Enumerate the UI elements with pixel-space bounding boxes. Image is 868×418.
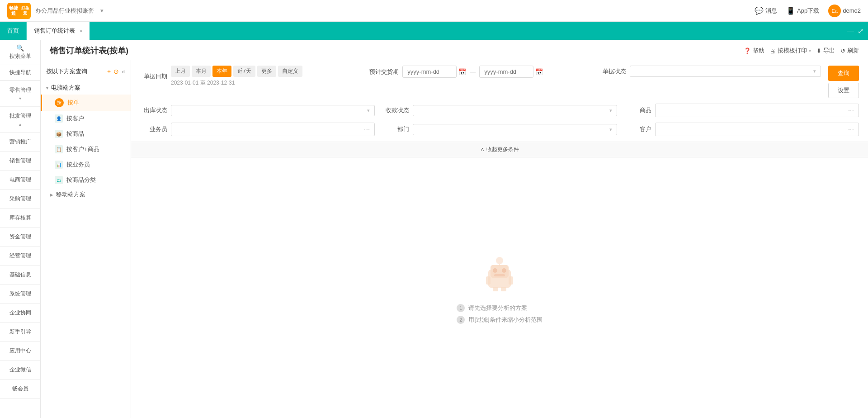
customer-select[interactable]: ···: [655, 123, 859, 136]
app-name: 办公用品行业模拟账套: [35, 7, 94, 15]
page-header: 销售订单统计表(按单) ❓ 帮助 🖨 按模板打印 ▾ ⬇ 导出 ↺ 刷新: [41, 40, 868, 60]
sidebar-item-system[interactable]: 系统管理: [0, 285, 40, 304]
scheme-collapse-btn[interactable]: «: [122, 68, 125, 75]
customer-more-icon[interactable]: ···: [848, 125, 854, 133]
sidebar-item-apps[interactable]: 应用中心: [0, 342, 40, 361]
date-btn-7days[interactable]: 近7天: [233, 66, 255, 77]
help-icon: ❓: [744, 48, 751, 54]
payment-select-arrow: ▾: [609, 108, 612, 114]
tip-num-2: 2: [457, 316, 465, 324]
goods-select[interactable]: ···: [655, 104, 859, 117]
salesman-select[interactable]: ···: [171, 123, 375, 136]
scheme-add-btn[interactable]: +: [107, 68, 111, 75]
scheme-pc-category[interactable]: ▾ 电脑端方案: [41, 81, 131, 95]
sidebar-item-finance[interactable]: 资金管理: [0, 228, 40, 247]
sidebar-search[interactable]: 🔍 搜索菜单: [0, 40, 40, 65]
scheme-item-by-goods[interactable]: 📦 按商品: [41, 126, 131, 142]
app-dropdown-icon[interactable]: ▾: [100, 7, 104, 14]
help-btn[interactable]: ❓ 帮助: [744, 47, 764, 55]
date-btn-this-month[interactable]: 本月: [192, 66, 211, 77]
date-label: 单据日期: [140, 72, 167, 81]
date-btn-last-month[interactable]: 上月: [171, 66, 190, 77]
empty-tip-2: 2 用[过滤]条件来缩小分析范围: [457, 316, 542, 324]
sidebar-item-basic-info[interactable]: 基础信息: [0, 266, 40, 285]
sidebar-item-marketing[interactable]: 营销推广: [0, 133, 40, 152]
stock-status-select[interactable]: ▾: [171, 105, 375, 116]
scheme-panel: 按以下方案查询 + ⊙ « ▾ 电脑端方案 按 按单: [41, 60, 131, 418]
sidebar-item-wholesale[interactable]: 批发管理 ▴: [0, 107, 40, 133]
nav-window-actions: — ⤢: [847, 27, 868, 35]
chevron-up-icon: ▴: [19, 122, 21, 127]
date-btn-custom[interactable]: 自定义: [278, 66, 302, 77]
tip-num-1: 1: [457, 304, 465, 312]
bill-status-select[interactable]: ▾: [630, 66, 821, 77]
payment-status-select[interactable]: ▾: [413, 105, 617, 116]
calendar-start-icon[interactable]: 📅: [458, 68, 466, 76]
scheme-icon-salesman: 📊: [55, 161, 63, 169]
empty-illustration: [477, 252, 522, 297]
salesman-more-icon[interactable]: ···: [364, 125, 370, 133]
tab-close-icon[interactable]: ×: [80, 28, 82, 33]
refresh-btn[interactable]: ↺ 刷新: [840, 47, 859, 55]
date-filter-btns: 上月 本月 本年 近7天 更多 自定义: [171, 66, 302, 77]
dept-select-arrow: ▾: [609, 127, 612, 133]
sidebar-nav-shortcut[interactable]: 快捷导航: [0, 65, 40, 81]
chevron-right-icon: ▶: [50, 192, 53, 197]
goods-more-icon[interactable]: ···: [848, 106, 854, 114]
date-btn-more[interactable]: 更多: [257, 66, 276, 77]
collapse-bar[interactable]: ∧ 收起更多条件: [131, 142, 868, 157]
scheme-item-by-salesman[interactable]: 📊 按业务员: [41, 157, 131, 172]
sidebar-item-sales[interactable]: 销售管理: [0, 152, 40, 171]
content-area: 销售订单统计表(按单) ❓ 帮助 🖨 按模板打印 ▾ ⬇ 导出 ↺ 刷新: [41, 40, 868, 418]
message-btn[interactable]: 💬 消息: [755, 6, 777, 15]
avatar: Ea: [828, 5, 841, 17]
topbar: 畅捷通 好生意 办公用品行业模拟账套 ▾ 💬 消息 📱 App下载 Ea dem…: [0, 0, 868, 22]
scheme-item-by-order[interactable]: 按 按单: [41, 95, 131, 111]
scheme-mobile-category[interactable]: ▶ 移动端方案: [41, 188, 131, 201]
sidebar-item-newbie[interactable]: 新手引导: [0, 323, 40, 342]
scheme-item-by-goods-cat[interactable]: 🗂 按商品分类: [41, 172, 131, 188]
calendar-end-icon[interactable]: 📅: [535, 68, 543, 76]
scheme-settings-btn[interactable]: ⊙: [113, 68, 119, 75]
nav-tabs: 首页 销售订单统计表 × — ⤢: [0, 22, 868, 40]
date-btn-this-year[interactable]: 本年: [212, 66, 231, 77]
filter-rows: 单据日期 上月 本月 本年 近7天 更多 自定义 20: [131, 60, 868, 142]
sidebar-item-retail[interactable]: 零售管理 ▾: [0, 81, 40, 107]
minimize-icon[interactable]: —: [847, 27, 854, 35]
sidebar: 🔍 搜索菜单 快捷导航 零售管理 ▾ 批发管理 ▴ 营销推广 销售管理 电商管理…: [0, 40, 41, 418]
expected-date-start[interactable]: [402, 66, 457, 78]
tab-sales-order[interactable]: 销售订单统计表 ×: [27, 22, 90, 40]
sidebar-item-enterprise[interactable]: 企业协同: [0, 304, 40, 323]
print-btn[interactable]: 🖨 按模板打印 ▾: [770, 47, 811, 55]
bill-status-label: 单据状态: [599, 67, 626, 76]
date-range-display: 2023-01-01 至 2023-12-31: [171, 79, 302, 87]
tab-home[interactable]: 首页: [0, 22, 27, 40]
chevron-down-icon: ▾: [19, 96, 21, 101]
sidebar-item-inventory[interactable]: 库存核算: [0, 209, 40, 228]
sidebar-item-ecommerce[interactable]: 电商管理: [0, 171, 40, 190]
svg-point-2: [493, 268, 497, 273]
query-btn[interactable]: 查询: [828, 66, 859, 81]
stock-status-label: 出库状态: [140, 106, 167, 114]
svg-rect-10: [499, 264, 500, 266]
scheme-icon-order: 按: [55, 98, 64, 107]
right-area: 单据日期 上月 本月 本年 近7天 更多 自定义 20: [131, 60, 868, 418]
app-download-btn[interactable]: 📱 App下载: [786, 6, 819, 15]
sidebar-item-purchase[interactable]: 采购管理: [0, 190, 40, 209]
settings-btn[interactable]: 设置: [828, 83, 859, 98]
scheme-icon-customer-goods: 📋: [55, 145, 63, 153]
scheme-item-by-customer[interactable]: 👤 按客户: [41, 111, 131, 126]
department-select[interactable]: ▾: [413, 124, 617, 135]
sidebar-item-member[interactable]: 畅会员: [0, 380, 40, 399]
scheme-panel-actions: + ⊙ «: [107, 68, 125, 75]
sidebar-item-wechat[interactable]: 企业微信: [0, 361, 40, 380]
download-icon: 📱: [786, 6, 795, 15]
expected-date-end[interactable]: [479, 66, 533, 78]
maximize-icon[interactable]: ⤢: [858, 27, 863, 35]
user-profile[interactable]: Ea demo2: [828, 5, 861, 17]
export-btn[interactable]: ⬇ 导出: [816, 47, 835, 55]
sidebar-item-operations[interactable]: 经营管理: [0, 247, 40, 266]
topbar-left: 畅捷通 好生意 办公用品行业模拟账套 ▾: [7, 3, 104, 19]
svg-rect-4: [494, 274, 505, 276]
scheme-item-by-customer-goods[interactable]: 📋 按客户+商品: [41, 142, 131, 157]
